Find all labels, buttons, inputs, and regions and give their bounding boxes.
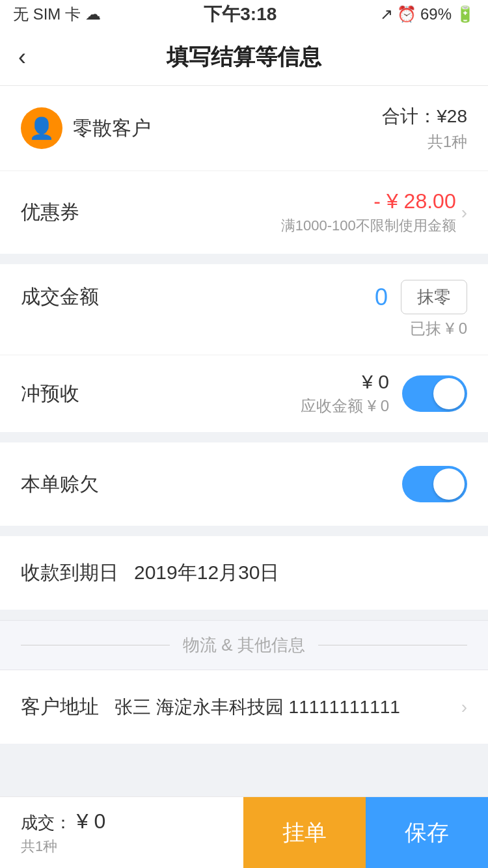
coupon-value: - ¥ 28.00 满1000-100不限制使用金额 — [281, 189, 456, 236]
address-value: 张三 海淀永丰科技园 11111111111 — [115, 695, 461, 720]
battery-icon: 🔋 — [455, 5, 475, 23]
round-button[interactable]: 抹零 — [401, 280, 467, 314]
customer-total: 合计：¥28 — [382, 104, 467, 129]
debt-section: 本单赊欠 — [0, 442, 488, 526]
content: 👤 零散客户 合计：¥28 共1种 优惠券 - ¥ 28.00 满1000-10… — [0, 86, 488, 822]
save-button[interactable]: 保存 — [366, 797, 488, 869]
address-chevron-icon: › — [461, 697, 467, 718]
avatar: 👤 — [21, 107, 62, 149]
debt-label: 本单赊欠 — [21, 471, 99, 498]
coupon-desc: 满1000-100不限制使用金额 — [281, 216, 456, 236]
bottom-deal-value: ¥ 0 — [77, 809, 105, 833]
bottom-count: 共1种 — [21, 837, 223, 856]
customer-section: 👤 零散客户 合计：¥28 共1种 优惠券 - ¥ 28.00 满1000-10… — [0, 86, 488, 254]
divider-right — [318, 645, 467, 645]
page-title: 填写结算等信息 — [167, 42, 321, 72]
logistics-header: 物流 & 其他信息 — [0, 620, 488, 670]
prereceive-amount: ¥ 0 — [301, 371, 389, 393]
sim-status: 无 SIM 卡 ☁ — [13, 4, 101, 25]
date-value: 2019年12月30日 — [134, 560, 279, 586]
status-right: ↗ ⏰ 69% 🔋 — [380, 5, 475, 23]
coupon-row[interactable]: 优惠券 - ¥ 28.00 满1000-100不限制使用金额 › — [0, 170, 488, 254]
bottom-bar: 成交： ¥ 0 共1种 挂单 保存 — [0, 796, 488, 868]
deal-label: 成交金额 — [21, 284, 99, 310]
bottom-summary: 成交： ¥ 0 共1种 — [0, 809, 243, 856]
prereceive-toggle[interactable] — [402, 375, 467, 412]
address-label: 客户地址 — [21, 694, 99, 720]
status-bar: 无 SIM 卡 ☁ 下午3:18 ↗ ⏰ 69% 🔋 — [0, 0, 488, 29]
location-icon: ↗ — [380, 5, 393, 23]
deal-sub: 已抹 ¥ 0 — [21, 318, 467, 339]
chevron-right-icon: › — [461, 202, 467, 223]
customer-right: 合计：¥28 共1种 — [382, 104, 467, 152]
bottom-deal-label: 成交： — [21, 813, 72, 832]
deal-value: 0 — [375, 284, 388, 311]
coupon-right: - ¥ 28.00 满1000-100不限制使用金额 › — [281, 189, 467, 236]
deal-amount-row: 成交金额 0 抹零 已抹 ¥ 0 — [0, 264, 488, 355]
pending-button[interactable]: 挂单 — [243, 797, 366, 869]
customer-row: 👤 零散客户 合计：¥28 共1种 — [0, 86, 488, 170]
deal-row: 成交金额 0 抹零 — [21, 280, 467, 314]
prereceive-label: 冲预收 — [21, 381, 79, 407]
back-button[interactable]: ‹ — [18, 44, 26, 71]
customer-name: 零散客户 — [73, 115, 151, 142]
logistics-title: 物流 & 其他信息 — [170, 634, 318, 657]
coupon-label: 优惠券 — [21, 199, 79, 226]
divider-left — [21, 645, 170, 645]
address-row[interactable]: 客户地址 张三 海淀永丰科技园 11111111111 › — [0, 670, 488, 744]
alarm-icon: ⏰ — [397, 5, 416, 23]
prereceive-sub: 应收金额 ¥ 0 — [301, 396, 389, 416]
customer-left: 👤 零散客户 — [21, 107, 151, 149]
status-time: 下午3:18 — [204, 2, 277, 27]
person-icon: 👤 — [29, 116, 55, 141]
status-left: 无 SIM 卡 ☁ — [13, 4, 101, 25]
date-label: 收款到期日 — [21, 560, 118, 586]
date-section: 收款到期日 2019年12月30日 — [0, 536, 488, 610]
customer-count: 共1种 — [382, 131, 467, 152]
battery-level: 69% — [420, 5, 452, 23]
nav-bar: ‹ 填写结算等信息 — [0, 29, 488, 86]
debt-toggle[interactable] — [402, 466, 467, 502]
prereceive-values: ¥ 0 应收金额 ¥ 0 — [301, 371, 389, 416]
bottom-deal-line: 成交： ¥ 0 — [21, 809, 223, 834]
deal-right: 0 抹零 — [375, 280, 467, 314]
prereceive-right: ¥ 0 应收金额 ¥ 0 — [301, 371, 467, 416]
prereceive-row: 冲预收 ¥ 0 应收金额 ¥ 0 — [0, 355, 488, 432]
coupon-amount: - ¥ 28.00 — [281, 189, 456, 213]
deal-section: 成交金额 0 抹零 已抹 ¥ 0 冲预收 ¥ 0 应收金额 ¥ 0 — [0, 264, 488, 432]
